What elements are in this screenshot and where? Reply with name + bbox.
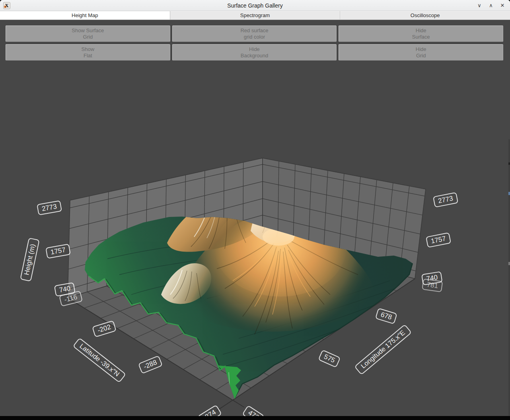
button-label: grid color <box>173 34 337 40</box>
button-label: Hide <box>339 27 503 34</box>
button-label: Hide <box>173 46 337 53</box>
button-label: Grid <box>339 53 503 59</box>
minimize-button[interactable]: ∨ <box>476 2 483 9</box>
button-label: Hide <box>339 46 503 53</box>
close-button[interactable]: ✕ <box>499 2 506 9</box>
tab-height-map[interactable]: Height Map <box>0 11 170 20</box>
button-label: Background <box>173 53 337 59</box>
maximize-button[interactable]: ∧ <box>487 2 494 9</box>
tab-spectrogram[interactable]: Spectrogram <box>170 11 341 20</box>
icon-x-glyph: X <box>5 2 8 8</box>
button-label: Flat <box>6 53 170 59</box>
titlebar[interactable]: X Surface Graph Gallery ∨ ∧ ✕ <box>0 0 510 11</box>
surface-grid-color-button[interactable]: Red surface grid color <box>172 25 337 42</box>
button-label: Grid <box>6 34 170 40</box>
tab-oscilloscope[interactable]: Oscilloscope <box>340 11 510 20</box>
right-edge-strip <box>508 139 510 420</box>
button-label: Show <box>6 46 170 53</box>
hide-surface-button[interactable]: Hide Surface <box>339 25 503 42</box>
show-surface-grid-button[interactable]: Show Surface Grid <box>6 25 170 42</box>
surface-3d-view[interactable] <box>0 20 510 420</box>
window-title: Surface Graph Gallery <box>0 0 510 11</box>
toolbar: Show Surface Grid Red surface grid color… <box>6 25 503 61</box>
hide-grid-button[interactable]: Hide Grid <box>339 44 503 61</box>
window-controls: ∨ ∧ ✕ <box>476 0 506 11</box>
tab-bar: Height Map Spectrogram Oscilloscope <box>0 11 510 20</box>
bottom-edge-bar <box>0 416 510 420</box>
button-label: Show Surface <box>6 27 170 34</box>
button-label: Red surface <box>173 27 337 34</box>
show-flat-button[interactable]: Show Flat <box>6 44 170 61</box>
hide-background-button[interactable]: Hide Background <box>172 44 337 61</box>
app-window: X Surface Graph Gallery ∨ ∧ ✕ Height Map… <box>0 0 510 420</box>
height-map-panel: Show Surface Grid Red surface grid color… <box>0 20 510 420</box>
button-label: Surface <box>339 34 503 40</box>
